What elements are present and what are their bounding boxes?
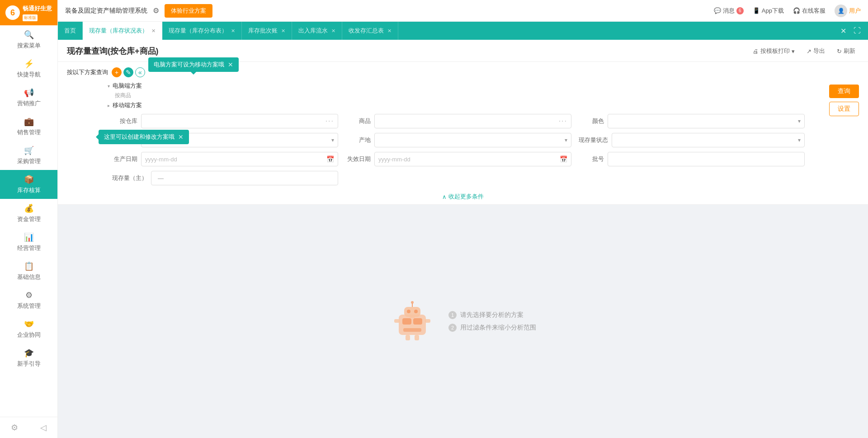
svg-rect-5 <box>425 319 430 323</box>
warehouse-input[interactable]: ··· <box>141 114 338 128</box>
stock-status-select[interactable]: ▾ <box>612 133 805 147</box>
sidebar-item-purchase[interactable]: 🛒 采购管理 <box>0 141 57 170</box>
production-date-label: 生产日期 <box>112 155 137 163</box>
header-right: 💬 消息 6 📱 App下载 🎧 在线客服 👤 用户 <box>714 5 861 17</box>
tab-home[interactable]: 首页 <box>58 22 83 40</box>
scheme-tooltip-close[interactable]: ✕ <box>228 61 233 68</box>
sidebar-item-system[interactable]: ⚙ 系统管理 <box>0 286 57 315</box>
purchase-icon: 🛒 <box>24 146 34 155</box>
color-select[interactable]: ▾ <box>608 114 805 128</box>
marketing-icon: 📢 <box>24 88 34 98</box>
sidebar-item-inventory[interactable]: 📦 库存核算 <box>0 170 57 199</box>
refresh-icon: ↻ <box>837 48 842 55</box>
empty-text: 1 请先选择要分析的方案 2 用过滤条件来缩小分析范围 <box>448 311 536 332</box>
stock-qty-range[interactable]: — <box>151 171 338 185</box>
tab-close-inventory-dist[interactable]: ✕ <box>231 28 235 34</box>
scheme-item-mobile[interactable]: ▸ 移动端方案 <box>108 101 142 109</box>
print-btn[interactable]: 🖨 按模板打印 ▾ <box>749 45 798 57</box>
stock-qty-label: 现存量（主） <box>112 174 147 182</box>
refresh-btn[interactable]: ↻ 刷新 <box>833 45 859 57</box>
empty-state: 1 请先选择要分析的方案 2 用过滤条件来缩小分析范围 <box>58 205 868 438</box>
tab-close-receive-summary[interactable]: ✕ <box>387 28 392 34</box>
tab-inventory-status[interactable]: 现存量（库存状况表） ✕ <box>83 22 162 40</box>
sidebar-collapse-btn[interactable]: ◁ <box>40 423 47 433</box>
tabs-bar: 首页 现存量（库存状况表） ✕ 现存量（库存分布表） ✕ 库存批次账 ✕ 出入库… <box>58 22 868 40</box>
filter-origin: 产地 ▾ <box>345 133 571 147</box>
sidebar-logo: 6 畅通好生意 标准版 <box>0 0 57 25</box>
query-btn[interactable]: 查询 <box>829 85 859 98</box>
production-date-input[interactable]: yyyy-mm-dd 📅 <box>141 152 338 166</box>
logo-text: 畅通好生意 标准版 <box>23 5 52 21</box>
filter-stock-status: 现存量状态 ▾ <box>579 133 805 147</box>
app-download-btn[interactable]: 📱 App下载 <box>753 7 784 15</box>
filter-expiry-date: 失效日期 yyyy-mm-dd 📅 <box>345 152 571 166</box>
sidebar-item-sales[interactable]: 💼 销售管理 <box>0 112 57 141</box>
back-scheme-btn[interactable]: « <box>135 67 145 77</box>
query-buttons: 查询 设置 <box>829 85 859 116</box>
support-btn[interactable]: 🎧 在线客服 <box>793 7 826 15</box>
sidebar-item-quick-nav[interactable]: ⚡ 快捷导航 <box>0 54 57 83</box>
origin-chevron-icon: ▾ <box>565 137 567 143</box>
export-icon: ↗ <box>807 48 811 55</box>
logo-icon: 6 <box>5 5 20 20</box>
origin-label: 产地 <box>345 136 371 144</box>
svg-point-11 <box>407 310 410 313</box>
tab-close-inventory-status[interactable]: ✕ <box>151 28 156 34</box>
hint-num-1: 1 <box>448 311 457 319</box>
edit-scheme-btn[interactable]: ✎ <box>123 67 133 77</box>
tabs-close-all-btn[interactable]: ✕ <box>839 25 848 37</box>
goods-input[interactable]: ··· <box>374 114 571 128</box>
size-chevron-icon: ▾ <box>331 137 334 143</box>
collapse-row[interactable]: ∧ 收起更多条件 <box>58 189 868 205</box>
sidebar-item-enterprise[interactable]: 🤝 企业协同 <box>0 315 57 344</box>
color-label: 颜色 <box>579 117 604 125</box>
sidebar: 6 畅通好生意 标准版 🔍 搜索菜单 ⚡ 快捷导航 📢 营销推广 💼 销售管理 … <box>0 0 58 438</box>
page-actions: 🖨 按模板打印 ▾ ↗ 导出 ↻ 刷新 <box>749 45 859 57</box>
sidebar-item-operations[interactable]: 📊 经营管理 <box>0 228 57 257</box>
tab-inventory-dist[interactable]: 现存量（库存分布表） ✕ <box>162 22 242 40</box>
tabs-fullscreen-btn[interactable]: ⛶ <box>852 25 863 37</box>
goods-label: 商品 <box>345 117 371 125</box>
origin-select[interactable]: ▾ <box>374 133 571 147</box>
sidebar-item-basic-info[interactable]: 📋 基础信息 <box>0 257 57 286</box>
stock-status-label: 现存量状态 <box>579 136 608 144</box>
sidebar-item-finance[interactable]: 💰 资金管理 <box>0 199 57 228</box>
tab-close-batch-account[interactable]: ✕ <box>281 28 285 34</box>
header-settings-icon[interactable]: ⚙ <box>153 6 159 15</box>
svg-rect-3 <box>403 328 421 332</box>
page-content: 现存量查询(按仓库+商品) 🖨 按模板打印 ▾ ↗ 导出 ↻ 刷新 <box>58 40 868 438</box>
filter-scheme-label: 按以下方案查询 <box>67 68 108 76</box>
svg-rect-6 <box>406 335 410 340</box>
enterprise-icon: 🤝 <box>24 319 34 329</box>
tab-inout-flow[interactable]: 出入库流水 ✕ <box>292 22 342 40</box>
msg-icon: 💬 <box>714 7 721 14</box>
sidebar-bottom: ⚙ ◁ <box>0 417 57 438</box>
svg-point-12 <box>414 310 418 313</box>
sidebar-item-marketing[interactable]: 📢 营销推广 <box>0 83 57 112</box>
filter-color: 颜色 ▾ <box>579 114 805 128</box>
quick-nav-icon: ⚡ <box>24 59 34 69</box>
mobile-scheme-arrow: ▸ <box>108 103 110 108</box>
trial-btn[interactable]: 体验行业方案 <box>165 4 212 18</box>
svg-rect-1 <box>402 318 411 325</box>
tab-close-inout-flow[interactable]: ✕ <box>331 28 335 34</box>
finance-icon: 💰 <box>24 203 34 213</box>
tab-receive-summary[interactable]: 收发存汇总表 ✕ <box>342 22 398 40</box>
tab-batch-account[interactable]: 库存批次账 ✕ <box>242 22 292 40</box>
user-menu[interactable]: 👤 用户 <box>835 5 861 17</box>
export-btn[interactable]: ↗ 导出 <box>803 45 829 57</box>
sidebar-item-guide[interactable]: 🎓 新手引导 <box>0 344 57 372</box>
edit-tooltip-close[interactable]: ✕ <box>178 133 184 141</box>
reset-btn[interactable]: 设置 <box>829 102 859 116</box>
scheme-item-pc[interactable]: ▾ 电脑端方案 <box>108 82 142 90</box>
sidebar-settings-btn[interactable]: ⚙ <box>11 423 18 433</box>
inventory-icon: 📦 <box>24 174 34 184</box>
sidebar-item-search-menu[interactable]: 🔍 搜索菜单 <box>0 25 57 54</box>
msg-btn[interactable]: 💬 消息 6 <box>714 7 744 15</box>
batch-no-input[interactable] <box>608 152 805 166</box>
basic-info-icon: 📋 <box>24 261 34 271</box>
pc-sub-label: 按商品 <box>108 92 142 99</box>
expiry-date-input[interactable]: yyyy-mm-dd 📅 <box>374 152 571 166</box>
search-icon: 🔍 <box>24 30 34 40</box>
add-scheme-btn[interactable]: + <box>112 67 122 77</box>
